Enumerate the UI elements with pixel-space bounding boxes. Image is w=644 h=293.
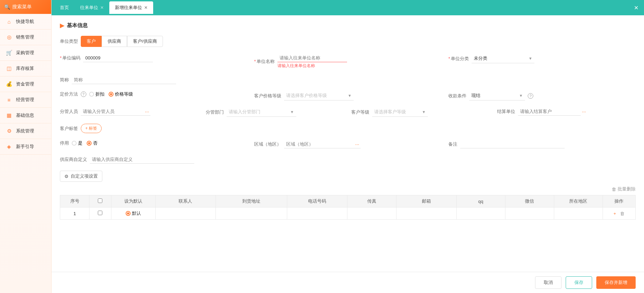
sidebar-item-purchase[interactable]: 🛒 采购管理 [0,45,51,61]
pricing-help-icon[interactable]: ? [81,91,86,97]
save-new-button[interactable]: 保存并新增 [596,276,636,289]
cell-location[interactable] [554,207,603,220]
col-phone: 电话号码 [287,195,347,207]
pricing-radio-group: 折扣 价格等级 [89,91,133,97]
custom-setting-label: 自定义项设置 [71,173,98,179]
settlement-unit-input[interactable] [518,107,581,115]
unit-type-group: 客户 供应商 客户/供应商 [81,36,163,47]
region-dots-btn[interactable]: ··· [354,141,361,147]
region-input[interactable] [284,140,354,148]
manager-input-wrapper: ··· [81,107,150,116]
customer-level-select[interactable]: 请选择客户等级 ▼ [372,107,428,117]
batch-delete-btn[interactable]: 🗑 批量删除 [612,186,636,192]
tab-new-partner[interactable]: 新增往来单位 ✕ [109,1,153,14]
manager-label: 分管人员 [60,108,78,115]
department-select[interactable]: 请输入分管部门 ▼ [227,107,296,117]
basic-icon: ▦ [6,112,13,119]
sidebar-item-finance[interactable]: 💰 资金管理 [0,76,51,92]
settlement-unit-dots-btn[interactable]: ··· [581,109,588,114]
default-radio[interactable]: 默认 [116,210,151,217]
sidebar-item-quick-nav[interactable]: ⌂ 快捷导航 [0,14,51,30]
payment-terms-help-icon[interactable]: ? [528,93,533,99]
sidebar-item-operations[interactable]: ≡ 经营管理 [0,92,51,108]
cell-wechat[interactable] [505,207,554,220]
sidebar-item-label: 基础信息 [16,112,34,119]
unit-code-input[interactable] [83,54,153,62]
customer-tag-label: 客户标签 [60,125,78,132]
tab-bar: 首页 往来单位 ✕ 新增往来单位 ✕ ✕ [52,0,644,15]
unit-name-input[interactable] [277,54,347,62]
manager-dots-btn[interactable]: ··· [143,109,150,114]
payment-terms-label: 收款条件 [448,93,466,99]
address-input[interactable] [234,211,269,216]
sidebar-item-sales[interactable]: ◎ 销售管理 [0,30,51,45]
alias-input[interactable] [72,76,176,84]
location-input[interactable] [568,211,589,216]
fax-input[interactable] [361,211,382,216]
custom-setting-btn[interactable]: ⚙ 自定义项设置 [60,171,102,182]
unit-category-field: *单位分类 未分类 ▼ [448,54,636,63]
remark-input[interactable] [460,140,565,148]
add-row-btn[interactable]: + [613,211,616,216]
custom-setting-icon: ⚙ [64,174,69,179]
search-icon: 🔍 [4,4,10,10]
row-checkbox[interactable] [98,211,102,215]
no-radio-circle [87,141,92,146]
payment-terms-select[interactable]: 现结 ▼ [469,91,525,100]
tab-home[interactable]: 首页 [54,1,74,14]
cell-email[interactable] [396,207,456,220]
pricing-method-field: 定价方法 ? 折扣 价格等级 [60,91,247,97]
sidebar-item-basic[interactable]: ▦ 基础信息 [0,108,51,123]
remark-label: 备注 [448,141,457,147]
select-all-checkbox[interactable] [98,198,102,203]
col-contact: 联系人 [155,195,215,207]
delete-row-btn[interactable]: 🗑 [620,211,625,216]
disabled-no-radio[interactable]: 否 [87,140,97,146]
customer-level-chevron: ▼ [422,110,426,114]
cell-contact[interactable] [155,207,215,220]
department-placeholder: 请输入分管部门 [229,109,260,115]
add-tag-btn[interactable]: + 标签 [81,124,102,133]
unit-type-supplier-btn[interactable]: 供应商 [102,36,127,47]
settlement-unit-label: 结算单位 [497,108,515,115]
qq-input[interactable] [470,211,491,216]
cancel-button[interactable]: 取消 [535,276,561,289]
unit-category-select[interactable]: 未分类 ▼ [472,54,534,63]
unit-type-customer-btn[interactable]: 客户 [81,36,102,47]
phone-input[interactable] [303,211,331,216]
guide-icon: ◈ [6,143,13,150]
cell-address[interactable] [215,207,287,220]
tab-partners-label: 往来单位 [80,5,98,11]
pricing-level-radio[interactable]: 价格等级 [109,91,133,97]
tab-new-partner-label: 新增往来单位 [115,5,142,11]
col-fax: 传真 [347,195,396,207]
sidebar-item-system[interactable]: ⚙ 系统管理 [0,123,51,139]
sidebar-item-guide[interactable]: ◈ 新手引导 [0,139,51,155]
manager-input[interactable] [81,107,143,115]
pricing-discount-radio[interactable]: 折扣 [89,91,104,97]
contact-input[interactable] [172,211,199,216]
unit-type-both-btn[interactable]: 客户/供应商 [127,36,163,47]
email-input[interactable] [413,211,440,216]
customer-level-label: 客户等级 [351,109,369,115]
cell-phone[interactable] [287,207,347,220]
sidebar-item-label: 快捷导航 [16,18,34,25]
sidebar-search[interactable]: 🔍 搜索菜单 [0,0,51,14]
unit-category-chevron: ▼ [528,56,532,60]
customer-price-level-select[interactable]: 请选择客户价格等级 ▼ [284,91,354,100]
sidebar-item-label: 销售管理 [16,34,34,40]
unit-code-label: *单位编码 [60,55,80,61]
wechat-input[interactable] [519,211,540,216]
cell-qq[interactable] [456,207,505,220]
tab-new-partner-close[interactable]: ✕ [144,5,148,10]
level-radio-circle [109,92,113,97]
cell-fax[interactable] [347,207,396,220]
unit-name-field: *单位名称 请输入往来单位名称 [254,54,441,69]
window-close-button[interactable]: ✕ [631,3,641,13]
save-button[interactable]: 保存 [566,276,592,289]
disabled-yes-radio[interactable]: 是 [72,140,83,146]
supplier-custom-input[interactable] [90,155,194,164]
tab-partners[interactable]: 往来单位 ✕ [74,1,109,14]
tab-partners-close[interactable]: ✕ [100,5,104,10]
sidebar-item-inventory[interactable]: ◫ 库存核算 [0,61,51,76]
